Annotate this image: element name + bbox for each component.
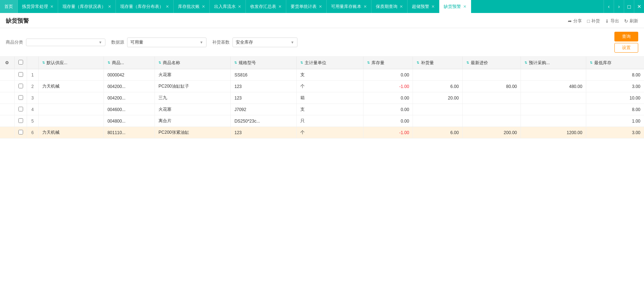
category-select[interactable]: ▼ — [26, 39, 105, 46]
tab-inout-flow[interactable]: 出入库流水✕ — [210, 0, 246, 13]
tab-close-stock-dist[interactable]: ✕ — [166, 5, 169, 9]
row-spec-1: 123 — [231, 81, 297, 92]
th-gear: ⚙ — [0, 57, 14, 69]
row-code-2: 004200... — [104, 92, 155, 104]
refresh-button[interactable]: ↻ 刷新 — [624, 18, 638, 24]
tab-order-stat[interactable]: 要货单统计表✕ — [286, 0, 327, 13]
th-replenish-qty: ⇅ 补货量 — [413, 57, 462, 69]
th-price-sort-icon: ⇅ — [466, 61, 469, 65]
tab-home[interactable]: 首页 — [0, 0, 18, 13]
share-button[interactable]: ➦ 分享 — [568, 18, 582, 24]
row-code-1: 004200... — [104, 81, 155, 92]
tab-label-batch-account: 库存批次账 — [178, 4, 200, 10]
row-min-stock-4: 1.00 — [586, 115, 644, 127]
th-product-name: ⇅ 商品名称 — [155, 57, 231, 69]
tab-bar: 首页拣货异常处理✕现存量（库存状况表）✕现存量（库存分布表）✕库存批次账✕出入库… — [0, 0, 644, 13]
row-code-4: 004800... — [104, 115, 155, 127]
row-code-0: 0000042 — [104, 69, 155, 81]
datasource-select[interactable]: 可用量 ▼ — [127, 37, 206, 47]
replenish-base-value: 安全库存 — [236, 39, 291, 45]
row-checkbox-5[interactable] — [18, 130, 23, 134]
row-latest-price-3 — [462, 104, 521, 115]
row-spec-3: J7092 — [231, 104, 297, 115]
row-gear-cell-5 — [0, 127, 14, 138]
replenish-button[interactable]: □ 补货 — [587, 18, 600, 24]
table-row: 5 004800... 离合片 DS250*23c... 只 0.00 1.00 — [0, 115, 644, 127]
tab-close-expiry[interactable]: ✕ — [400, 5, 403, 9]
row-est-purchase-2 — [521, 92, 586, 104]
tab-close-available-ledger[interactable]: ✕ — [364, 5, 367, 9]
tab-available-ledger[interactable]: 可用量库存账本✕ — [327, 0, 371, 13]
share-icon: ➦ — [568, 18, 572, 24]
tab-collect-summary[interactable]: 收发存汇总表✕ — [246, 0, 286, 13]
settings-button[interactable]: 设置 — [614, 43, 638, 53]
tab-close-exception[interactable]: ✕ — [50, 5, 53, 9]
row-num-1: 2 — [27, 81, 38, 92]
tab-close-shortage[interactable]: ✕ — [463, 5, 466, 9]
tab-stock-status[interactable]: 现存量（库存状况表）✕ — [58, 0, 116, 13]
tab-close-window[interactable]: ✕ — [634, 0, 644, 13]
tab-label-home: 首页 — [4, 4, 13, 10]
th-product-code: ⇅ 商品... — [104, 57, 155, 69]
select-all-checkbox[interactable] — [18, 60, 23, 65]
tab-expiry[interactable]: 保质期查询✕ — [371, 0, 408, 13]
tab-close-collect-summary[interactable]: ✕ — [278, 5, 282, 9]
row-replenish-qty-0 — [413, 69, 462, 81]
row-checkbox-1[interactable] — [18, 84, 23, 88]
replenish-icon: □ — [587, 18, 590, 24]
row-min-stock-2: 10.00 — [586, 92, 644, 104]
export-button[interactable]: ⇓ 导出 — [605, 18, 619, 24]
datasource-label: 数据源 — [111, 39, 124, 45]
page-header: 缺货预警 ➦ 分享 □ 补货 ⇓ 导出 ↻ 刷新 — [0, 13, 644, 28]
datasource-filter-group: 数据源 可用量 ▼ — [111, 37, 206, 47]
row-unit-0: 支 — [297, 69, 364, 81]
row-unit-2: 箱 — [297, 92, 364, 104]
tab-stock-dist[interactable]: 现存量（库存分布表）✕ — [116, 0, 174, 13]
tab-exception[interactable]: 拣货异常处理✕ — [18, 0, 58, 13]
tab-scroll-right[interactable]: › — [614, 0, 624, 13]
row-name-5: PC200张紧油缸 — [155, 127, 231, 138]
row-latest-price-4 — [462, 115, 521, 127]
th-supplier-sort-icon: ⇅ — [42, 61, 45, 65]
tab-label-available-ledger: 可用量库存账本 — [331, 4, 361, 10]
category-chevron-icon: ▼ — [99, 40, 102, 44]
table-row: 3 004200... 三九 123 箱 0.00 20.00 10.00 — [0, 92, 644, 104]
tab-label-collect-summary: 收发存汇总表 — [250, 4, 276, 10]
tab-restore[interactable]: ◻ — [624, 0, 634, 13]
gear-icon[interactable]: ⚙ — [4, 59, 10, 66]
tab-close-overstock[interactable]: ✕ — [431, 5, 435, 9]
tab-overstock[interactable]: 超储预警✕ — [408, 0, 439, 13]
filter-bar: 商品分类 ▼ 数据源 可用量 ▼ 补货基数 安全库存 ▼ — [0, 28, 644, 57]
row-unit-5: 个 — [297, 127, 364, 138]
tab-shortage[interactable]: 缺货预警✕ — [439, 0, 471, 13]
tab-label-expiry: 保质期查询 — [376, 4, 397, 10]
tab-batch-account[interactable]: 库存批次账✕ — [174, 0, 210, 13]
table-row: 1 0000042 火花塞 SS816 支 0.00 8.00 — [0, 69, 644, 81]
row-code-5: 801110... — [104, 127, 155, 138]
row-checkbox-3[interactable] — [18, 107, 23, 111]
tab-close-order-stat[interactable]: ✕ — [319, 5, 322, 9]
row-latest-price-1: 80.00 — [462, 81, 521, 92]
tab-close-stock-status[interactable]: ✕ — [108, 5, 111, 9]
row-checkbox-2[interactable] — [18, 95, 23, 100]
row-est-purchase-5: 1200.00 — [521, 127, 586, 138]
row-name-3: 火花塞 — [155, 104, 231, 115]
row-checkbox-cell-5 — [14, 127, 27, 138]
th-name-sort-icon: ⇅ — [158, 61, 161, 65]
row-latest-price-0 — [462, 69, 521, 81]
th-replenish-sort-icon: ⇅ — [417, 61, 419, 65]
row-name-0: 火花塞 — [155, 69, 231, 81]
row-num-4: 5 — [27, 115, 38, 127]
th-stock-sort-icon: ⇅ — [367, 61, 370, 65]
replenish-base-label: 补货基数 — [212, 39, 230, 45]
tab-close-inout-flow[interactable]: ✕ — [238, 5, 241, 9]
row-checkbox-0[interactable] — [18, 72, 23, 77]
tab-scroll-left[interactable]: ‹ — [604, 0, 614, 13]
row-spec-2: 123 — [231, 92, 297, 104]
table-header-row: ⚙ ⇅ 默认供应... — [0, 57, 644, 69]
replenish-base-select[interactable]: 安全库存 ▼ — [232, 37, 297, 47]
query-button[interactable]: 查询 — [614, 32, 638, 41]
tab-close-batch-account[interactable]: ✕ — [202, 5, 205, 9]
row-checkbox-4[interactable] — [18, 118, 23, 123]
header-actions: ➦ 分享 □ 补货 ⇓ 导出 ↻ 刷新 — [568, 18, 638, 24]
